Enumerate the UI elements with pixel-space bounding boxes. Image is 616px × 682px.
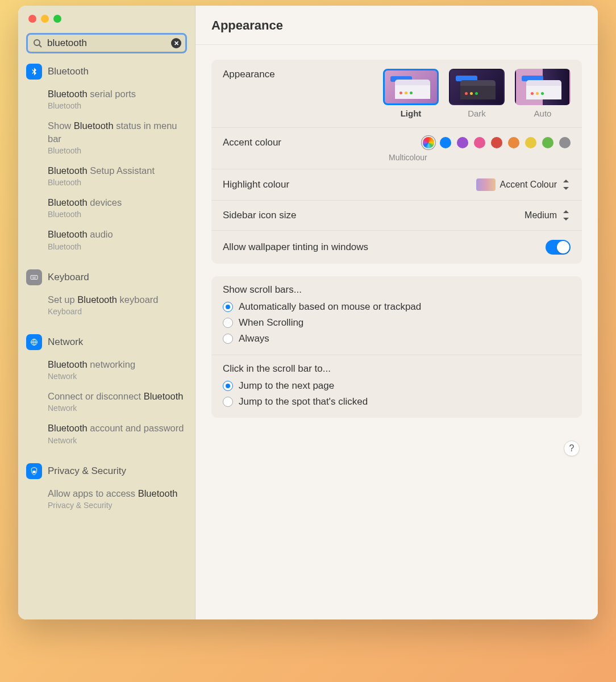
search-input[interactable] <box>26 33 187 53</box>
wallpaper-tint-toggle[interactable] <box>546 240 571 255</box>
result-sub: Bluetooth <box>48 210 185 219</box>
radio-icon <box>223 318 233 328</box>
radio-label: When Scrolling <box>239 317 303 328</box>
radio-label: Jump to the next page <box>239 380 334 392</box>
search-icon <box>33 39 42 48</box>
sidebar-group-privacy-security[interactable]: Privacy & Security <box>24 461 189 484</box>
appearance-thumb <box>383 69 439 105</box>
accent-swatch-purple[interactable] <box>457 137 468 148</box>
result-sub: Network <box>48 404 185 413</box>
bluetooth-icon <box>26 64 42 80</box>
scrollbars-option[interactable]: Always <box>223 331 571 347</box>
sidebar-icon-size-select[interactable]: Medium <box>525 210 571 221</box>
result-sub: Bluetooth <box>48 101 185 110</box>
search-result[interactable]: Bluetooth networkingNetwork <box>24 355 189 386</box>
scrollbars-option[interactable]: When Scrolling <box>223 315 571 331</box>
search-result[interactable]: Show Bluetooth status in menu barBluetoo… <box>24 116 189 161</box>
search-result[interactable]: Bluetooth serial portsBluetooth <box>24 84 189 116</box>
keyboard-icon <box>26 269 42 285</box>
sidebar-group-network[interactable]: Network <box>24 332 189 355</box>
appearance-options: LightDarkAuto <box>383 69 571 118</box>
appearance-thumb <box>515 69 571 105</box>
group-title: Privacy & Security <box>48 465 126 477</box>
search-result[interactable]: Set up Bluetooth keyboardKeyboard <box>24 290 189 322</box>
highlight-label: Highlight colour <box>223 179 289 190</box>
result-title: Bluetooth devices <box>48 196 185 209</box>
svg-rect-5 <box>34 276 35 277</box>
page-title: Appearance <box>211 18 582 33</box>
result-title: Bluetooth networking <box>48 358 185 371</box>
search-result[interactable]: Allow apps to access BluetoothPrivacy & … <box>24 484 189 515</box>
accent-swatch-blue[interactable] <box>440 137 451 148</box>
radio-label: Jump to the spot that's clicked <box>239 396 368 407</box>
highlight-select[interactable]: Accent Colour <box>476 178 571 191</box>
chevron-updown-icon <box>561 179 571 190</box>
scrollbars-label: Show scroll bars... <box>211 276 582 299</box>
result-sub: Bluetooth <box>48 242 185 251</box>
appearance-option-label: Auto <box>515 109 571 118</box>
svg-rect-3 <box>32 276 32 277</box>
search-result[interactable]: Bluetooth audioBluetooth <box>24 224 189 256</box>
radio-label: Always <box>239 333 269 344</box>
appearance-option-light[interactable]: Light <box>383 69 439 118</box>
accent-swatch-orange[interactable] <box>508 137 519 148</box>
svg-rect-6 <box>35 276 36 277</box>
appearance-option-auto[interactable]: Auto <box>515 69 571 118</box>
highlight-value: Accent Colour <box>500 180 557 190</box>
result-sub: Network <box>48 372 185 381</box>
result-title: Bluetooth account and password <box>48 422 185 434</box>
sidebar-icon-size-label: Sidebar icon size <box>223 210 296 221</box>
scroll-click-option[interactable]: Jump to the next page <box>223 378 571 394</box>
scrollbars-panel: Show scroll bars... Automatically based … <box>211 276 582 418</box>
accent-sub: Multicolour <box>389 153 571 162</box>
accent-swatch-green[interactable] <box>542 137 553 148</box>
appearance-option-label: Light <box>383 109 439 118</box>
chevron-updown-icon <box>561 210 571 221</box>
sidebar-group-bluetooth[interactable]: Bluetooth <box>24 61 189 84</box>
help-button[interactable]: ? <box>564 440 580 456</box>
result-title: Bluetooth audio <box>48 228 185 240</box>
scrollbars-option[interactable]: Automatically based on mouse or trackpad <box>223 299 571 315</box>
radio-icon <box>223 397 233 407</box>
result-title: Allow apps to access Bluetooth <box>48 487 185 500</box>
accent-swatch-graphite[interactable] <box>559 137 571 148</box>
result-sub: Privacy & Security <box>48 501 185 510</box>
radio-icon <box>223 334 233 344</box>
accent-swatch-pink[interactable] <box>474 137 485 148</box>
accent-swatch-multicolour[interactable] <box>423 137 434 148</box>
fullscreen-window-button[interactable] <box>53 15 61 23</box>
settings-window: ✕ BluetoothBluetooth serial portsBluetoo… <box>18 6 598 619</box>
result-sub: Network <box>48 436 185 445</box>
group-title: Network <box>48 336 83 348</box>
radio-label: Automatically based on mouse or trackpad <box>239 301 421 313</box>
search-result[interactable]: Bluetooth account and passwordNetwork <box>24 418 189 450</box>
clear-search-button[interactable]: ✕ <box>171 38 181 48</box>
sidebar-group-keyboard[interactable]: Keyboard <box>24 267 189 290</box>
appearance-panel: Appearance LightDarkAuto Accent colour M… <box>211 60 582 264</box>
search-result[interactable]: Bluetooth devicesBluetooth <box>24 193 189 224</box>
close-window-button[interactable] <box>28 15 36 23</box>
search-result[interactable]: Bluetooth Setup AssistantBluetooth <box>24 161 189 193</box>
network-icon <box>26 334 42 350</box>
wallpaper-tint-label: Allow wallpaper tinting in windows <box>223 242 368 253</box>
svg-rect-2 <box>31 275 38 279</box>
svg-rect-7 <box>32 277 35 278</box>
minimize-window-button[interactable] <box>41 15 49 23</box>
search-field: ✕ <box>26 33 187 53</box>
window-controls <box>24 14 189 33</box>
accent-swatch-red[interactable] <box>491 137 502 148</box>
scroll-click-option[interactable]: Jump to the spot that's clicked <box>223 394 571 410</box>
result-title: Connect or disconnect Bluetooth <box>48 390 185 402</box>
search-result[interactable]: Connect or disconnect BluetoothNetwork <box>24 386 189 418</box>
sidebar: ✕ BluetoothBluetooth serial portsBluetoo… <box>18 6 195 619</box>
privacy-icon <box>26 463 42 479</box>
accent-swatch-yellow[interactable] <box>525 137 536 148</box>
radio-icon <box>223 381 233 391</box>
appearance-option-dark[interactable]: Dark <box>449 69 505 118</box>
result-sub: Bluetooth <box>48 146 185 155</box>
svg-point-0 <box>34 40 40 45</box>
result-sub: Keyboard <box>48 307 185 316</box>
result-title: Bluetooth Setup Assistant <box>48 164 185 177</box>
group-title: Bluetooth <box>48 66 89 77</box>
result-title: Set up Bluetooth keyboard <box>48 293 185 306</box>
